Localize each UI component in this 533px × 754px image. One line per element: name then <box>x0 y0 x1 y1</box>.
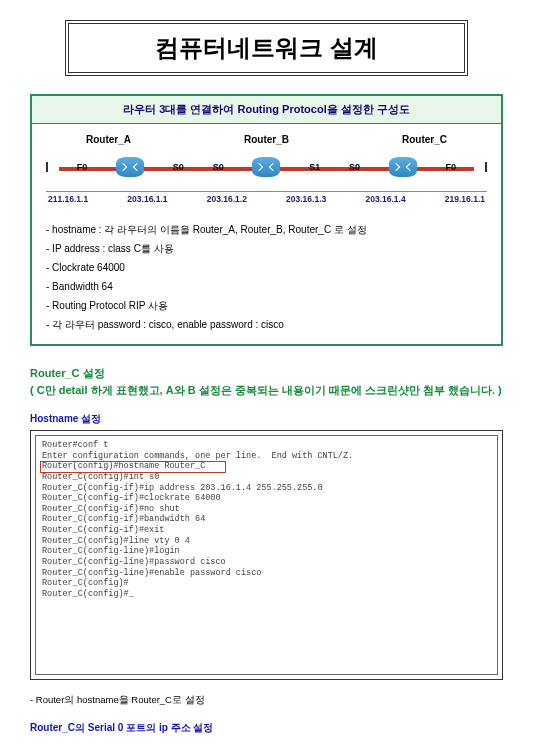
port-b-s1: S1 <box>309 162 320 172</box>
network-diagram: Router_A Router_B Router_C F0 S0 S0 S1 S… <box>32 124 501 210</box>
bullet-ip: - IP address : class C를 사용 <box>46 239 487 258</box>
router-c-label: Router_C <box>402 134 447 145</box>
bullet-password: - 각 라우터 password : cisco, enable passwor… <box>46 315 487 334</box>
footer-note: - Router의 hostname을 Router_C로 설정 <box>30 694 503 707</box>
endpoint-tick <box>485 162 487 172</box>
term-line: Router_C(config)# <box>42 578 129 588</box>
term-line: Router_C(config-line)#enable password ci… <box>42 568 261 578</box>
term-line: Router_C(config-if)#clockrate 64000 <box>42 493 221 503</box>
router-b-icon <box>252 157 280 177</box>
bullet-rip: - Routing Protocol RIP 사용 <box>46 296 487 315</box>
term-line: Router_C(config-if)#no shut <box>42 504 180 514</box>
term-line: Router(config)#hostname Router_C <box>42 461 205 471</box>
term-line: Router_C(config)#int s0 <box>42 472 159 482</box>
terminal-frame: Router#conf t Enter configuration comman… <box>30 430 503 680</box>
topology-row: F0 S0 S0 S1 S0 F0 <box>46 147 487 187</box>
router-a-icon <box>116 157 144 177</box>
router-c-icon <box>389 157 417 177</box>
port-a-f0: F0 <box>77 162 88 172</box>
term-line: Router_C(config-if)#bandwidth 64 <box>42 514 205 524</box>
ip-3: 203.16.1.2 <box>207 194 247 204</box>
ip-2: 203.16.1.1 <box>127 194 167 204</box>
port-b-s0: S0 <box>213 162 224 172</box>
ip-5: 203.16.1.4 <box>365 194 405 204</box>
term-line: Router_C(config-if)#ip address 203.16.1.… <box>42 483 323 493</box>
ip-1: 211.16.1.1 <box>48 194 88 204</box>
router-c-heading: Router_C 설정 <box>30 366 503 381</box>
frame-title: 라우터 3대를 연결하여 Routing Protocol을 설정한 구성도 <box>32 96 501 124</box>
router-b-label: Router_B <box>244 134 289 145</box>
term-line: Router_C(config-line)#password cisco <box>42 557 226 567</box>
bullet-bandwidth: - Bandwidth 64 <box>46 277 487 296</box>
serial0-subheading: Router_C의 Serial 0 포트의 ip 주소 설정 <box>30 721 503 735</box>
port-c-s0: S0 <box>349 162 360 172</box>
config-bullets: - hostname : 각 라우터의 이름을 Router_A, Router… <box>32 210 501 344</box>
term-line: Router_C(config-line)#login <box>42 546 180 556</box>
ip-6: 219.16.1.1 <box>445 194 485 204</box>
bullet-hostname: - hostname : 각 라우터의 이름을 Router_A, Router… <box>46 220 487 239</box>
ip-4: 203.16.1.3 <box>286 194 326 204</box>
ip-row: 211.16.1.1 203.16.1.1 203.16.1.2 203.16.… <box>46 191 487 204</box>
term-line: Router_C(config)#_ <box>42 589 134 599</box>
router-c-note: ( C만 detail 하게 표현했고, A와 B 설정은 중복되는 내용이기 … <box>30 383 503 398</box>
router-a-label: Router_A <box>86 134 131 145</box>
term-line: Router#conf t <box>42 440 108 450</box>
diagram-frame: 라우터 3대를 연결하여 Routing Protocol을 설정한 구성도 R… <box>30 94 503 346</box>
term-line: Enter configuration commands, one per li… <box>42 451 353 461</box>
terminal-output: Router#conf t Enter configuration comman… <box>35 435 498 675</box>
hostname-subheading: Hostname 설정 <box>30 412 503 426</box>
term-line: Router_C(config-if)#exit <box>42 525 164 535</box>
page-title: 컴퓨터네트워크 설계 <box>65 20 467 76</box>
term-line: Router_C(config)#line vty 0 4 <box>42 536 190 546</box>
port-c-f0: F0 <box>446 162 457 172</box>
port-a-s0: S0 <box>173 162 184 172</box>
endpoint-tick <box>46 162 48 172</box>
bullet-clockrate: - Clockrate 64000 <box>46 258 487 277</box>
